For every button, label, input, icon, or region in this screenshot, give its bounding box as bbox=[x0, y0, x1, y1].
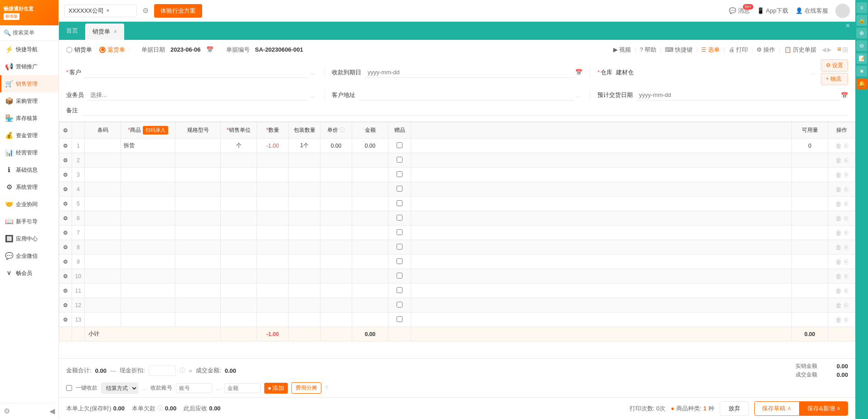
sidebar-item-quick[interactable]: ⚡ 快捷导航 bbox=[0, 41, 58, 58]
row-copy-icon-11[interactable]: ⎘ bbox=[844, 302, 848, 309]
settlement-method-select[interactable]: 结算方式 bbox=[101, 383, 138, 394]
row-spec-3[interactable] bbox=[175, 182, 221, 197]
row-settings-5[interactable]: ⚙ bbox=[59, 211, 72, 226]
row-qty-4[interactable] bbox=[257, 197, 289, 211]
row-qty-7[interactable] bbox=[257, 240, 289, 255]
row-pkg-3[interactable] bbox=[289, 182, 320, 197]
row-qty-5[interactable] bbox=[257, 211, 289, 226]
row-qty-6[interactable] bbox=[257, 226, 289, 240]
row-amount-6[interactable] bbox=[352, 226, 388, 240]
sidebar-item-inventory[interactable]: 🏪 库存核算 bbox=[0, 110, 58, 127]
row-settings-8[interactable]: ⚙ bbox=[59, 255, 72, 269]
one-click-payment-checkbox[interactable] bbox=[66, 385, 72, 391]
row-gift-4[interactable] bbox=[388, 197, 411, 211]
row-unit-11[interactable] bbox=[221, 298, 257, 313]
right-panel-btn-1[interactable]: ≡ bbox=[856, 2, 867, 13]
row-delete-icon-10[interactable]: 🗑 bbox=[835, 287, 842, 294]
row-product-12[interactable] bbox=[121, 313, 175, 327]
row-gift-11[interactable] bbox=[388, 298, 411, 313]
row-barcode-12[interactable] bbox=[85, 313, 121, 327]
expense-split-btn[interactable]: 费用分摊 bbox=[291, 382, 321, 394]
row-price-0[interactable]: 0.00 bbox=[320, 139, 352, 153]
row-amount-9[interactable] bbox=[352, 269, 388, 284]
row-price-1[interactable] bbox=[320, 153, 352, 168]
row-settings-6[interactable]: ⚙ bbox=[59, 226, 72, 240]
warehouse-dots-btn[interactable]: ... bbox=[809, 69, 817, 76]
row-pkg-0[interactable]: 1个 bbox=[289, 139, 320, 153]
row-delete-icon-2[interactable]: 🗑 bbox=[835, 171, 842, 178]
row-product-4[interactable] bbox=[121, 197, 175, 211]
due-date-input[interactable] bbox=[365, 67, 575, 78]
row-barcode-4[interactable] bbox=[85, 197, 121, 211]
row-pkg-12[interactable] bbox=[289, 313, 320, 327]
row-amount-4[interactable] bbox=[352, 197, 388, 211]
user-avatar[interactable] bbox=[835, 4, 850, 18]
right-panel-btn-6[interactable]: ★ bbox=[856, 66, 867, 77]
print-btn[interactable]: 🖨 打印 bbox=[729, 46, 748, 54]
row-settings-10[interactable]: ⚙ bbox=[59, 284, 72, 298]
row-barcode-0[interactable] bbox=[85, 139, 121, 153]
settlement-dots-btn[interactable]: ... bbox=[142, 385, 147, 391]
row-price-5[interactable] bbox=[320, 211, 352, 226]
row-unit-2[interactable] bbox=[221, 168, 257, 182]
row-barcode-11[interactable] bbox=[85, 298, 121, 313]
row-product-9[interactable] bbox=[121, 269, 175, 284]
row-spec-10[interactable] bbox=[175, 284, 221, 298]
row-barcode-7[interactable] bbox=[85, 240, 121, 255]
expected-date-calendar-icon[interactable]: 📅 bbox=[841, 92, 848, 99]
row-product-10[interactable] bbox=[121, 284, 175, 298]
row-spec-7[interactable] bbox=[175, 240, 221, 255]
close-all-tabs-btn[interactable]: × bbox=[840, 22, 855, 40]
sidebar-item-guide[interactable]: 📖 新手引导 bbox=[0, 213, 58, 230]
row-barcode-6[interactable] bbox=[85, 226, 121, 240]
right-panel-btn-5[interactable]: 📝 bbox=[856, 53, 867, 64]
grid-view-icon[interactable]: ⊞ bbox=[842, 45, 848, 54]
row-amount-3[interactable] bbox=[352, 182, 388, 197]
row-qty-9[interactable] bbox=[257, 269, 289, 284]
company-selector[interactable]: XXXXXX公司 ▼ bbox=[64, 5, 137, 17]
sidebar-item-finance[interactable]: 💰 资金管理 bbox=[0, 127, 58, 144]
row-unit-1[interactable] bbox=[221, 153, 257, 168]
expense-help-icon[interactable]: ? bbox=[325, 385, 328, 391]
add-payment-btn[interactable]: ● 添加 bbox=[264, 383, 288, 394]
radio-sales-order[interactable]: 销货单 bbox=[66, 46, 92, 54]
row-settings-1[interactable]: ⚙ bbox=[59, 153, 72, 168]
row-pkg-9[interactable] bbox=[289, 269, 320, 284]
row-settings-7[interactable]: ⚙ bbox=[59, 240, 72, 255]
row-unit-0[interactable]: 个 bbox=[221, 139, 257, 153]
row-product-1[interactable] bbox=[121, 153, 175, 168]
row-qty-11[interactable] bbox=[257, 298, 289, 313]
row-unit-6[interactable] bbox=[221, 226, 257, 240]
expected-date-input[interactable] bbox=[636, 90, 841, 101]
search-menu-item[interactable]: 🔍 搜索菜单 bbox=[0, 25, 58, 41]
customer-input[interactable] bbox=[85, 67, 308, 78]
row-copy-icon-4[interactable]: ⎘ bbox=[844, 200, 848, 207]
row-pkg-6[interactable] bbox=[289, 226, 320, 240]
history-btn[interactable]: 📋 历史单据 bbox=[784, 46, 816, 54]
online-service-btn[interactable]: 👤 在线客服 bbox=[795, 7, 828, 15]
row-amount-8[interactable] bbox=[352, 255, 388, 269]
row-unit-7[interactable] bbox=[221, 240, 257, 255]
row-copy-icon-9[interactable]: ⎘ bbox=[844, 273, 848, 280]
row-product-5[interactable] bbox=[121, 211, 175, 226]
row-product-6[interactable] bbox=[121, 226, 175, 240]
row-delete-icon-12[interactable]: 🗑 bbox=[835, 316, 842, 323]
row-copy-icon-2[interactable]: ⎘ bbox=[844, 171, 848, 178]
row-settings-3[interactable]: ⚙ bbox=[59, 182, 72, 197]
row-copy-icon-0[interactable]: ⎘ bbox=[844, 142, 848, 149]
row-amount-0[interactable]: 0.00 bbox=[352, 139, 388, 153]
row-amount-11[interactable] bbox=[352, 298, 388, 313]
row-product-3[interactable] bbox=[121, 182, 175, 197]
prev-record-icon[interactable]: ◀ bbox=[822, 46, 826, 53]
row-amount-7[interactable] bbox=[352, 240, 388, 255]
row-copy-icon-10[interactable]: ⎘ bbox=[844, 287, 848, 294]
row-pkg-11[interactable] bbox=[289, 298, 320, 313]
row-delete-icon-1[interactable]: 🗑 bbox=[835, 157, 842, 164]
row-delete-icon-6[interactable]: 🗑 bbox=[835, 229, 842, 236]
row-price-4[interactable] bbox=[320, 197, 352, 211]
row-spec-5[interactable] bbox=[175, 211, 221, 226]
row-gift-5[interactable] bbox=[388, 211, 411, 226]
account-input[interactable] bbox=[176, 383, 212, 393]
row-delete-icon-8[interactable]: 🗑 bbox=[835, 258, 842, 265]
row-pkg-2[interactable] bbox=[289, 168, 320, 182]
